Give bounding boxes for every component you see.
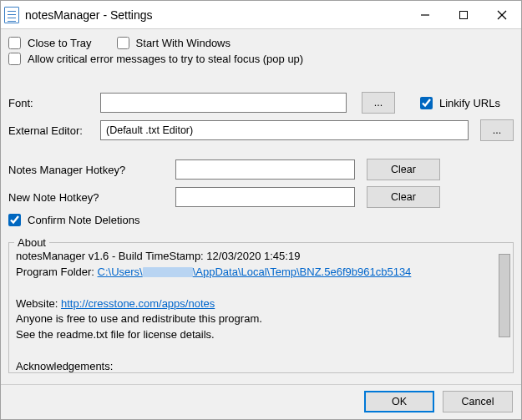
minimize-button[interactable] [406,1,444,29]
about-readme: See the readme.txt file for license deta… [16,328,215,341]
close-to-tray-checkbox[interactable]: Close to Tray [8,37,92,49]
font-browse-button[interactable]: ... [362,92,395,114]
close-button[interactable] [483,1,521,29]
external-editor-input[interactable] [100,120,469,140]
linkify-urls-label: Linkify URLs [439,97,500,109]
about-website-link[interactable]: http://cresstone.com/apps/notes [61,297,215,310]
close-to-tray-input[interactable] [8,37,21,49]
confirm-delete-checkbox[interactable]: Confirm Note Deletions [8,214,139,226]
confirm-delete-label: Confirm Note Deletions [28,214,139,226]
about-version-line: notesManager v1.6 - Build TimeStamp: 12/… [16,250,300,262]
allow-critical-label: Allow critical error messages to try to … [28,53,303,65]
start-with-windows-label: Start With Windows [136,37,231,49]
maximize-button[interactable] [444,1,483,29]
allow-critical-checkbox[interactable]: Allow critical error messages to try to … [8,53,303,65]
ok-button[interactable]: OK [364,391,434,412]
notes-hotkey-input[interactable] [175,159,355,180]
about-text: notesManager v1.6 - Build TimeStamp: 12/… [9,249,496,372]
app-icon [4,7,19,23]
font-label: Font: [8,97,100,109]
close-icon [497,10,507,20]
about-redistribute: Anyone is free to use and redistribute t… [16,312,262,325]
start-with-windows-checkbox[interactable]: Start With Windows [117,37,231,49]
external-editor-browse-button[interactable]: ... [480,119,514,141]
cancel-button[interactable]: Cancel [443,391,513,412]
external-editor-label: External Editor: [8,124,100,137]
notes-hotkey-clear-button[interactable]: Clear [367,159,440,180]
minimize-icon [420,10,430,20]
about-groupbox: About notesManager v1.6 - Build TimeStam… [8,236,514,373]
about-folder-link[interactable]: C:\Users\\AppData\Local\Temp\BNZ.5e6f9b9… [98,266,412,278]
window-title: notesManager - Settings [25,8,406,22]
close-to-tray-label: Close to Tray [28,37,92,49]
redacted-user [143,267,193,277]
font-input[interactable] [100,93,347,113]
about-ack-heading: Acknowledgements: [16,360,113,372]
about-scrollbar[interactable] [496,249,513,372]
client-area: Close to Tray Start With Windows Allow c… [1,29,521,384]
settings-window: notesManager - Settings Close to Tray St… [0,0,522,420]
newnote-hotkey-label: New Note Hotkey? [8,191,175,204]
newnote-hotkey-input[interactable] [175,187,355,207]
about-folder-label: Program Folder: [16,266,94,278]
scroll-thumb[interactable] [499,254,510,337]
about-website-label: Website: [16,297,58,310]
allow-critical-input[interactable] [8,53,21,65]
dialog-footer: OK Cancel [1,384,521,419]
titlebar: notesManager - Settings [1,1,521,29]
start-with-windows-input[interactable] [117,37,129,49]
linkify-urls-input[interactable] [420,97,433,109]
confirm-delete-input[interactable] [8,214,21,226]
maximize-icon [459,11,468,19]
notes-hotkey-label: Notes Manager Hotkey? [8,164,175,176]
about-legend: About [14,236,49,249]
newnote-hotkey-clear-button[interactable]: Clear [367,186,440,208]
linkify-urls-checkbox[interactable]: Linkify URLs [420,97,500,109]
